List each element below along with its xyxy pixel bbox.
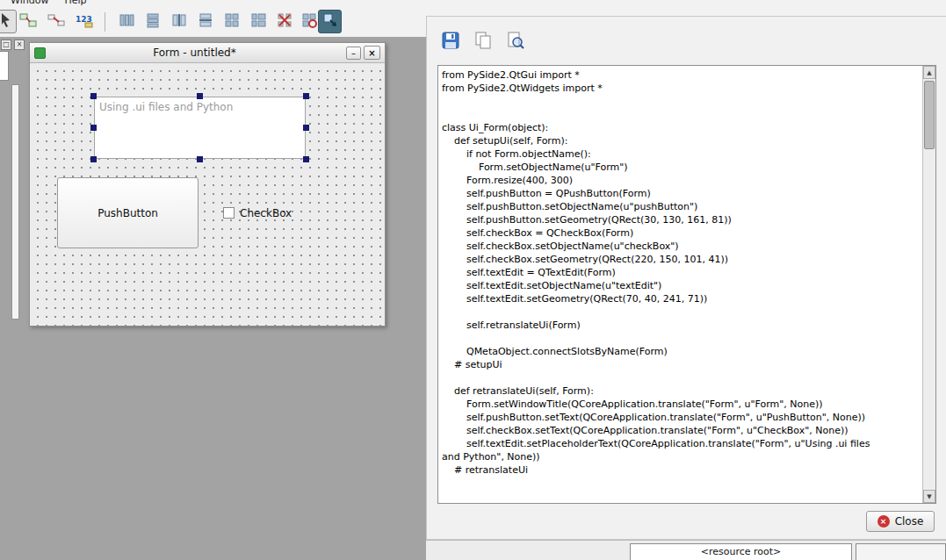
code-dialog-toolbar [439, 31, 527, 54]
simplify-grid-layout-icon [300, 11, 318, 32]
layout-horizontal-splitter-button[interactable] [167, 10, 191, 33]
layout-form-button[interactable] [246, 10, 270, 33]
selection-handle-top-right[interactable] [303, 93, 309, 99]
code-line: self.pushButton.setText(QCoreApplication… [442, 411, 922, 424]
break-layout-icon [276, 11, 293, 32]
layout-form-icon [249, 11, 267, 32]
code-line: if not Form.objectName(): [442, 147, 922, 161]
checkbox-label: CheckBox [240, 207, 292, 219]
menu-window[interactable]: Window [11, 0, 48, 6]
layout-grid-icon [223, 11, 241, 32]
layout-horizontally-icon [118, 11, 135, 32]
qt-designer-app: WindowHelp 123 [0, 0, 946, 560]
code-line: Form.setObjectName(u"Form") [442, 161, 922, 174]
code-line: from PySide2.QtGui import * [442, 68, 922, 82]
copy-button[interactable] [472, 31, 495, 54]
selection-handle-middle-left[interactable] [90, 125, 97, 131]
edit-widgets-button[interactable] [0, 10, 17, 33]
selection-handle-top-middle[interactable] [197, 93, 203, 99]
layout-horizontally-button[interactable] [114, 10, 138, 33]
edit-tab-order-button[interactable]: 123 [72, 10, 96, 33]
selection-handle-bottom-left[interactable] [90, 156, 97, 162]
code-preview-dialog: from PySide2.QtGui import *from PySide2.… [426, 16, 946, 540]
save-button[interactable] [439, 31, 462, 54]
main-toolbar: 123 [0, 7, 426, 37]
resource-panel-fragment[interactable] [856, 543, 946, 560]
code-line [442, 95, 922, 108]
textedit-placeholder: Using .ui files and Python [99, 101, 233, 113]
adjust-size-button[interactable] [318, 10, 342, 33]
selection-handle-bottom-middle[interactable] [197, 156, 203, 162]
layout-vertically-button[interactable] [141, 10, 164, 33]
code-line: Form.resize(400, 300) [442, 174, 922, 187]
code-line: self.textEdit = QTextEdit(Form) [442, 266, 922, 279]
code-text[interactable]: from PySide2.QtGui import *from PySide2.… [438, 66, 922, 503]
code-line: and Python", None)) [442, 450, 922, 463]
menu-help[interactable]: Help [64, 0, 86, 6]
code-line: self.checkBox.setGeometry(QRect(220, 150… [442, 253, 922, 266]
form-window-titlebar[interactable]: Form - untitled* – × [30, 43, 385, 63]
edit-signals-slots-button[interactable] [16, 10, 40, 33]
checkbox-widget[interactable]: CheckBox [223, 195, 312, 231]
code-line: self.pushButton.setGeometry(QRect(30, 13… [442, 213, 922, 226]
adjust-size-icon [321, 11, 339, 32]
scrollbar-thumb[interactable] [924, 81, 935, 149]
form-canvas[interactable]: Using .ui files and Python PushButton Ch… [30, 63, 385, 326]
dock-close-button[interactable]: × [14, 39, 25, 50]
code-line: class Ui_Form(object): [442, 121, 922, 134]
code-editor[interactable]: from PySide2.QtGui import *from PySide2.… [437, 65, 936, 504]
break-layout-button[interactable] [272, 10, 296, 33]
code-line [442, 305, 922, 319]
simplify-grid-layout-button[interactable] [297, 10, 321, 33]
code-line [442, 108, 922, 121]
checkbox-box[interactable] [223, 207, 235, 219]
close-button-icon: × [877, 515, 890, 528]
layout-vertical-splitter-button[interactable] [193, 10, 217, 33]
edit-tab-order-icon: 123 [75, 11, 94, 32]
code-line: self.textEdit.setPlaceholderText(QCoreAp… [442, 437, 922, 450]
code-line: self.retranslateUi(Form) [442, 319, 922, 332]
form-minimize-button[interactable]: – [346, 47, 361, 60]
code-line: # setupUi [442, 358, 922, 371]
code-line: self.checkBox.setObjectName(u"checkBox") [442, 240, 922, 253]
find-button[interactable] [504, 31, 527, 54]
edit-buddies-icon [47, 11, 65, 32]
resource-browser-fragment: <resource root> [426, 540, 946, 560]
pushbutton-widget[interactable]: PushButton [57, 177, 199, 248]
selection-handle-bottom-right[interactable] [303, 156, 309, 162]
find-icon [506, 31, 525, 54]
form-window-icon [34, 47, 46, 59]
close-button[interactable]: × Close [866, 511, 935, 532]
edit-buddies-button[interactable] [44, 10, 68, 33]
code-line [442, 371, 922, 384]
code-line: from PySide2.QtWidgets import * [442, 82, 922, 95]
textedit-widget[interactable]: Using .ui files and Python [94, 97, 306, 159]
code-line [442, 332, 922, 345]
resource-root-item[interactable]: <resource root> [630, 543, 852, 560]
collapsed-panel-fragment [11, 84, 19, 319]
scroll-up-button[interactable]: ▲ [923, 66, 935, 79]
selection-handle-middle-right[interactable] [303, 125, 309, 131]
code-line: self.textEdit.setObjectName(u"textEdit") [442, 279, 922, 292]
selection-handle-top-left[interactable] [90, 93, 97, 99]
code-line: self.checkBox = QCheckBox(Form) [442, 226, 922, 240]
dock-float-button[interactable]: □ [1, 39, 11, 50]
save-icon [441, 31, 460, 54]
layout-grid-button[interactable] [220, 10, 243, 33]
copy-icon [473, 31, 493, 54]
scroll-down-button[interactable]: ▼ [923, 490, 935, 503]
code-scrollbar[interactable]: ▲ ▼ [922, 66, 935, 503]
code-line: self.checkBox.setText(QCoreApplication.t… [442, 424, 922, 437]
code-line: def setupUi(self, Form): [442, 134, 922, 147]
toolbar-separator [105, 12, 105, 32]
form-close-button[interactable]: × [364, 46, 380, 60]
code-line: self.pushButton = QPushButton(Form) [442, 187, 922, 200]
code-line: def retranslateUi(self, Form): [442, 384, 922, 398]
form-editor-window: Form - untitled* – × Using .ui files and… [29, 42, 386, 327]
code-line: # retranslateUi [442, 463, 922, 477]
code-line: Form.setWindowTitle(QCoreApplication.tra… [442, 398, 922, 411]
layout-vertical-splitter-icon [197, 11, 214, 32]
edit-signals-slots-icon [19, 11, 37, 32]
dock-titlebar-buttons: □ × [1, 39, 25, 50]
code-line: self.pushButton.setObjectName(u"pushButt… [442, 200, 922, 213]
